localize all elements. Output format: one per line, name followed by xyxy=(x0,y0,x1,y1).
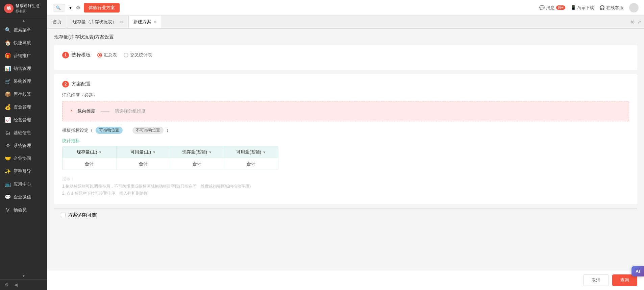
sidebar-item-search[interactable]: 🔍 搜索菜单 xyxy=(0,24,47,37)
gear-icon: ⚙ xyxy=(5,143,11,149)
tv-icon: 📺 xyxy=(5,181,11,187)
tips-title: 提示： xyxy=(62,176,74,181)
sidebar-item-label: 企业微信 xyxy=(14,194,31,200)
sidebar-item-finance[interactable]: 💰 资金管理 xyxy=(0,101,47,114)
header-cell-2[interactable]: 现存量(基辅) ▼ xyxy=(170,146,224,158)
info-icon: 🗂 xyxy=(5,130,11,136)
sidebar-item-label: 应用中心 xyxy=(14,181,31,187)
dimension-box[interactable]: * 纵向维度 —— 请选择分组维度 xyxy=(62,101,629,121)
sidebar-logo: 畅 畅康通好生意 标准版 xyxy=(0,0,47,17)
tab-close-all-icon[interactable]: ✕ xyxy=(630,19,635,25)
sidebar-item-label: 基础信息 xyxy=(14,130,31,136)
indicator-fixed-chip: 不可拖动位置 xyxy=(132,127,164,134)
app-edition: 标准版 xyxy=(16,9,40,14)
dim-placeholder: 请选择分组维度 xyxy=(115,108,146,114)
collapse-icon[interactable]: ◀ xyxy=(14,282,18,287)
save-label: 方案保存(可选) xyxy=(68,212,98,218)
settings-icon[interactable]: ⚙ xyxy=(5,282,9,287)
tab-new-plan[interactable]: 新建方案 ✕ xyxy=(129,16,162,28)
body-cell-0-1: 合计 xyxy=(117,158,171,170)
topbar-gear-icon[interactable]: ⚙ xyxy=(76,4,80,11)
user-avatar[interactable] xyxy=(629,3,639,13)
app-download-label: App下载 xyxy=(577,5,594,11)
sidebar-item-operation[interactable]: 📈 经营管理 xyxy=(0,114,47,126)
online-service-button[interactable]: 🎧 在线客服 xyxy=(599,5,624,11)
star-icon: ✨ xyxy=(5,168,11,174)
sidebar-scroll-up[interactable]: ▲ xyxy=(0,17,47,24)
header-cell-1[interactable]: 可用量(主) ▼ xyxy=(117,146,171,158)
tab-new-plan-label: 新建方案 xyxy=(133,19,151,25)
search-icon: 🔍 xyxy=(56,5,61,10)
cart-icon: 🛒 xyxy=(5,78,11,84)
header-cell-3[interactable]: 可用量(基辅) ▼ xyxy=(224,146,278,158)
sidebar-item-label: 经营管理 xyxy=(14,117,31,123)
sidebar-item-system[interactable]: ⚙ 系统管理 xyxy=(0,139,47,152)
message-button[interactable]: 💬 消息 99+ xyxy=(539,5,565,11)
header-dropdown-2[interactable]: ▼ xyxy=(208,150,212,154)
ai-float-button[interactable]: Ai xyxy=(631,266,644,276)
online-service-label: 在线客服 xyxy=(606,5,624,11)
section1-num: 1 xyxy=(62,52,69,58)
trial-button[interactable]: 体验行业方案 xyxy=(84,3,120,13)
indicator-separator xyxy=(125,127,130,134)
section2-card: 2 方案配置 汇总维度（必选） * 纵向维度 —— 请选择分组维度 模板指标设定… xyxy=(54,74,637,204)
tab-expand-icon[interactable]: ⤢ xyxy=(637,19,641,25)
section1-header: 1 选择模板 汇总表 交叉统计表 xyxy=(62,52,629,58)
save-checkbox[interactable] xyxy=(61,213,66,217)
header-dropdown-1[interactable]: ▼ xyxy=(152,150,156,154)
header-label-3: 可用量(基辅) xyxy=(236,149,261,155)
sidebar-item-sales[interactable]: 📊 销售管理 xyxy=(0,62,47,75)
section1-title: 选择模板 xyxy=(72,52,91,58)
sidebar-item-label: 资金管理 xyxy=(14,104,31,110)
sidebar-item-apps[interactable]: 📺 应用中心 xyxy=(0,178,47,191)
sidebar-item-nav[interactable]: 🏠 快捷导航 xyxy=(0,37,47,49)
sidebar-item-purchase[interactable]: 🛒 采购管理 xyxy=(0,75,47,88)
home-icon: 🏠 xyxy=(5,40,11,46)
logo-text: 畅康通好生意 标准版 xyxy=(16,3,40,14)
header-cell-0[interactable]: 现存量(主) ▼ xyxy=(63,146,117,158)
stats-table-header: 现存量(主) ▼ 可用量(主) ▼ 现存量(基辅) ▼ 可用量(基辅) ▼ xyxy=(63,146,278,158)
radio-cross[interactable]: 交叉统计表 xyxy=(124,52,152,58)
chevron-down-icon[interactable]: ▼ xyxy=(69,6,72,10)
app-download-button[interactable]: 📱 App下载 xyxy=(571,5,594,11)
sidebar-item-member[interactable]: V 畅会员 xyxy=(0,203,47,216)
chat-icon: 💬 xyxy=(5,194,11,200)
sidebar-item-guide[interactable]: ✨ 新手引导 xyxy=(0,165,47,178)
headset-icon: 🎧 xyxy=(599,5,605,10)
phone-icon: 📱 xyxy=(571,5,576,10)
dim-required-mark: * xyxy=(71,109,72,114)
tab-new-plan-close-icon[interactable]: ✕ xyxy=(154,20,157,24)
sidebar-item-collab[interactable]: 🤝 企业协同 xyxy=(0,152,47,165)
template-radio-group: 汇总表 交叉统计表 xyxy=(97,52,152,58)
radio-summary[interactable]: 汇总表 xyxy=(97,52,117,58)
sidebar-item-wechat[interactable]: 💬 企业微信 xyxy=(0,191,47,203)
section2-num: 2 xyxy=(62,81,69,88)
sidebar-item-label: 新手引导 xyxy=(14,168,31,174)
tab-inventory-close-icon[interactable]: ✕ xyxy=(120,20,123,24)
tab-home[interactable]: 首页 xyxy=(47,16,67,28)
header-dropdown-3[interactable]: ▼ xyxy=(263,150,266,154)
sidebar-item-basic[interactable]: 🗂 基础信息 xyxy=(0,126,47,139)
cancel-button[interactable]: 取消 xyxy=(583,274,609,286)
body-cell-0-0: 合计 xyxy=(63,158,117,170)
indicator-label: 模板指标设定（ xyxy=(62,127,93,134)
main-content: 🔍 ▼ ⚙ 体验行业方案 💬 消息 99+ 📱 App下载 🎧 在线客服 xyxy=(47,0,644,290)
sidebar-item-marketing[interactable]: 🎁 营销推广 xyxy=(0,49,47,62)
tab-inventory[interactable]: 现存量（库存状况表） ✕ xyxy=(67,16,129,28)
message-label: 消息 xyxy=(546,5,555,11)
sales-icon: 📊 xyxy=(5,66,11,72)
page-title: 现存量(库存状况表)方案设置 xyxy=(54,34,637,40)
money-icon: 💰 xyxy=(5,104,11,110)
sidebar-scroll-down[interactable]: ▼ xyxy=(0,273,47,279)
search-box[interactable]: 🔍 xyxy=(53,4,65,11)
message-icon: 💬 xyxy=(539,5,545,10)
radio-cross-label: 交叉统计表 xyxy=(130,52,152,58)
action-bar: 取消 查询 xyxy=(47,270,644,290)
stats-table: 现存量(主) ▼ 可用量(主) ▼ 现存量(基辅) ▼ 可用量(基辅) ▼ xyxy=(62,146,278,170)
handshake-icon: 🤝 xyxy=(5,155,11,162)
sidebar-item-label: 搜索菜单 xyxy=(14,27,31,33)
sidebar-item-inventory[interactable]: 📦 库存核算 xyxy=(0,88,47,101)
stats-title: 统计指标 xyxy=(62,138,629,144)
tips-section: 提示： 1.拖动标题栏可以调整布局，不可跨维度或指标区域拖动栏目字段(只能在同一… xyxy=(62,175,629,197)
header-dropdown-0[interactable]: ▼ xyxy=(99,150,102,154)
